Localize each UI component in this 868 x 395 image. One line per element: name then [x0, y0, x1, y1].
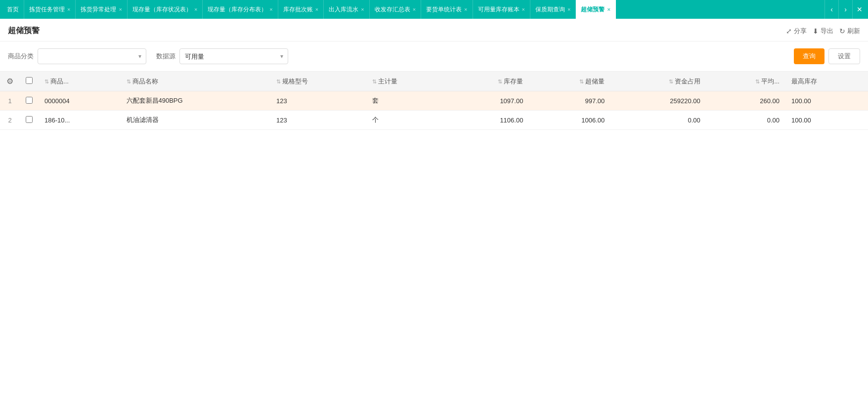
- row-checkbox[interactable]: [26, 97, 33, 104]
- data-source-select[interactable]: 可用量 库存量: [179, 48, 288, 64]
- close-icon[interactable]: ×: [567, 6, 570, 12]
- close-icon[interactable]: ×: [607, 6, 610, 12]
- th-avg[interactable]: 平均...: [706, 72, 785, 91]
- close-icon[interactable]: ×: [464, 6, 467, 12]
- page-content: 超储预警 ⤢ 分享 ⬇ 导出 ↻ 刷新 商品分类: [0, 19, 868, 395]
- nav-tab-home[interactable]: 首页: [2, 0, 24, 19]
- export-button[interactable]: ⬇ 导出: [813, 27, 833, 36]
- nav-tab-summary[interactable]: 收发存汇总表 ×: [370, 0, 421, 19]
- nav-tab-overstock[interactable]: 超储预警 ×: [576, 0, 615, 19]
- table-container: ⚙ 商品... 商品名称 规格型号 主计量 库存量 超储量 资金占用 平均...…: [0, 72, 868, 130]
- share-icon: ⤢: [786, 27, 792, 35]
- close-icon[interactable]: ×: [522, 6, 525, 12]
- data-source-select-wrapper: 可用量 库存量: [179, 48, 288, 64]
- data-source-label: 数据源: [156, 52, 175, 61]
- th-spec[interactable]: 规格型号: [270, 72, 366, 91]
- cell-product-name: 机油滤清器: [121, 111, 271, 130]
- th-product-code[interactable]: 商品...: [39, 72, 121, 91]
- cell-capital: 0.00: [610, 111, 706, 130]
- th-checkbox: [20, 72, 39, 91]
- cell-overstock: 997.00: [529, 91, 610, 111]
- settings-button[interactable]: 设置: [828, 48, 860, 64]
- cell-capital: 259220.00: [610, 91, 706, 111]
- cell-unit: 套: [366, 91, 448, 111]
- cell-unit: 个: [366, 111, 448, 130]
- nav-tab-inventory-status[interactable]: 现存量（库存状况表） ×: [128, 0, 203, 19]
- cell-avg: 260.00: [706, 91, 785, 111]
- cell-overstock: 1006.00: [529, 111, 610, 130]
- product-category-filter: 商品分类: [8, 48, 146, 64]
- nav-tab-pick-exception[interactable]: 拣货异常处理 ×: [76, 0, 127, 19]
- header-actions: ⤢ 分享 ⬇ 导出 ↻ 刷新: [786, 27, 860, 36]
- nav-tab-expiry[interactable]: 保质期查询 ×: [530, 0, 576, 19]
- nav-tab-available-stock[interactable]: 可用量库存账本 ×: [473, 0, 530, 19]
- export-icon: ⬇: [813, 27, 819, 35]
- th-stock[interactable]: 库存量: [447, 72, 529, 91]
- cell-max-stock: 100.00: [785, 91, 868, 111]
- row-checkbox-cell: [20, 111, 39, 130]
- nav-tab-inventory-dist[interactable]: 现存量（库存分布表） ×: [203, 0, 278, 19]
- refresh-icon: ↻: [839, 27, 845, 35]
- row-number: 2: [0, 111, 20, 130]
- cell-max-stock: 100.00: [785, 111, 868, 130]
- nav-tab-order-stats[interactable]: 要货单统计表 ×: [421, 0, 473, 19]
- row-checkbox-cell: [20, 91, 39, 111]
- cell-product-code: 0000004: [39, 91, 121, 111]
- close-icon[interactable]: ×: [315, 6, 318, 12]
- close-icon[interactable]: ×: [67, 6, 70, 12]
- select-all-checkbox[interactable]: [26, 77, 33, 84]
- cell-product-code: 186-10...: [39, 111, 121, 130]
- product-category-select[interactable]: [38, 48, 146, 64]
- nav-next-button[interactable]: ›: [838, 0, 852, 19]
- overstock-table: ⚙ 商品... 商品名称 规格型号 主计量 库存量 超储量 资金占用 平均...…: [0, 72, 868, 130]
- share-button[interactable]: ⤢ 分享: [786, 27, 807, 36]
- th-gear: ⚙: [0, 72, 20, 91]
- nav-prev-button[interactable]: ‹: [825, 0, 838, 19]
- th-max-stock: 最高库存: [785, 72, 868, 91]
- cell-stock: 1106.00: [447, 111, 529, 130]
- th-overstock[interactable]: 超储量: [529, 72, 610, 91]
- data-source-filter: 数据源 可用量 库存量: [156, 48, 288, 64]
- close-icon[interactable]: ×: [194, 6, 197, 12]
- nav-expand-button[interactable]: ✕: [852, 0, 866, 19]
- nav-arrows-container: ‹ › ✕: [825, 0, 866, 19]
- table-header-row: ⚙ 商品... 商品名称 规格型号 主计量 库存量 超储量 资金占用 平均...…: [0, 72, 868, 91]
- page-title: 超储预警: [8, 26, 40, 36]
- close-icon[interactable]: ×: [269, 6, 272, 12]
- filter-area: 商品分类 数据源 可用量 库存量 查询 设置: [0, 41, 868, 72]
- query-button[interactable]: 查询: [794, 48, 825, 64]
- product-category-select-wrapper: [38, 48, 146, 64]
- column-settings-icon[interactable]: ⚙: [6, 77, 13, 85]
- th-product-name[interactable]: 商品名称: [121, 72, 271, 91]
- product-category-label: 商品分类: [8, 52, 34, 61]
- table-row: 2 186-10... 机油滤清器 123 个 1106.00 1006.00 …: [0, 111, 868, 130]
- cell-spec: 123: [270, 111, 366, 130]
- row-number: 1: [0, 91, 20, 111]
- cell-product-name: 六配套新昌490BPG: [121, 91, 271, 111]
- refresh-button[interactable]: ↻ 刷新: [839, 27, 860, 36]
- nav-tab-batch[interactable]: 库存批次账 ×: [278, 0, 324, 19]
- row-checkbox[interactable]: [26, 116, 33, 123]
- filter-action-buttons: 查询 设置: [794, 48, 860, 64]
- top-navigation: 首页 拣货任务管理 × 拣货异常处理 × 现存量（库存状况表） × 现存量（库存…: [0, 0, 868, 19]
- close-icon[interactable]: ×: [119, 6, 122, 12]
- cell-stock: 1097.00: [447, 91, 529, 111]
- nav-tab-inout-flow[interactable]: 出入库流水 ×: [324, 0, 369, 19]
- nav-tab-pick-task[interactable]: 拣货任务管理 ×: [24, 0, 76, 19]
- close-icon[interactable]: ×: [361, 6, 364, 12]
- table-row: 1 0000004 六配套新昌490BPG 123 套 1097.00 997.…: [0, 91, 868, 111]
- th-unit[interactable]: 主计量: [366, 72, 448, 91]
- page-header: 超储预警 ⤢ 分享 ⬇ 导出 ↻ 刷新: [0, 19, 868, 41]
- cell-avg: 0.00: [706, 111, 785, 130]
- cell-spec: 123: [270, 91, 366, 111]
- th-capital[interactable]: 资金占用: [610, 72, 706, 91]
- close-icon[interactable]: ×: [413, 6, 416, 12]
